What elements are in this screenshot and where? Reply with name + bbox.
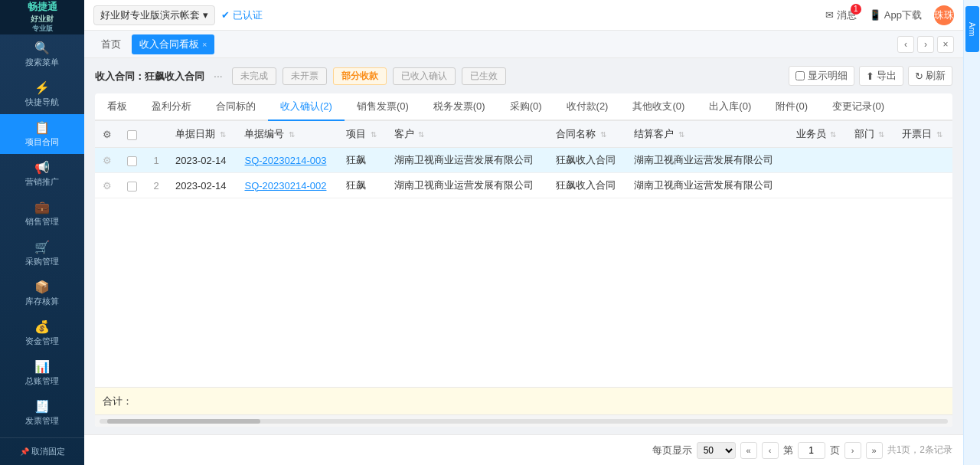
sidebar-item-10[interactable]: 🏛税务管理 — [0, 433, 84, 437]
next-tab-button[interactable]: › — [917, 36, 934, 53]
export-button[interactable]: ⬆ 导出 — [859, 66, 903, 86]
row-gear-icon-0[interactable]: ⚙ — [103, 155, 112, 166]
sidebar-item-2[interactable]: 📋项目合同 — [0, 114, 84, 154]
th-salesperson[interactable]: 业务员 ⇅ — [789, 121, 847, 148]
last-page-button[interactable]: » — [866, 442, 883, 459]
right-panel-button[interactable]: Arm — [965, 6, 979, 52]
sidebar-label-0: 搜索菜单 — [25, 57, 59, 68]
prev-tab-button[interactable]: ‹ — [897, 36, 914, 53]
detail-tab-5[interactable]: 税务发票(0) — [421, 93, 498, 121]
tab-home[interactable]: 首页 — [93, 34, 129, 54]
sidebar-item-5[interactable]: 🛒采购管理 — [0, 234, 84, 273]
sidebar-item-8[interactable]: 📊总账管理 — [0, 353, 84, 393]
detail-tab-4[interactable]: 销售发票(0) — [345, 93, 421, 121]
sidebar-footer[interactable]: 📌 取消固定 — [0, 437, 84, 465]
row-code-link-1[interactable]: SQ-20230214-002 — [244, 180, 326, 192]
app-download-button[interactable]: 📱 App下载 — [869, 8, 922, 22]
sort-settle-icon: ⇅ — [678, 130, 684, 139]
detail-checkbox-input[interactable] — [795, 71, 805, 80]
detail-tab-7[interactable]: 收付款(2) — [554, 93, 621, 121]
th-date[interactable]: 单据日期 ⇅ — [168, 121, 237, 148]
more-options-icon[interactable]: ··· — [211, 70, 226, 82]
status-effective[interactable]: 已生效 — [462, 67, 506, 85]
row-check-1[interactable] — [119, 173, 145, 198]
scroll-track[interactable] — [100, 419, 948, 424]
th-contract-name[interactable]: 合同名称 ⇅ — [548, 121, 627, 148]
table-wrap[interactable]: ⚙ 单据日期 ⇅ 单据编号 ⇅ 项目 ⇅ 客户 ⇅ 合同名称 ⇅ 结算客户 ⇅ … — [95, 121, 952, 387]
per-page-select[interactable]: 50 100 — [697, 442, 736, 459]
page-number-input[interactable] — [798, 442, 825, 459]
th-dept[interactable]: 部门 ⇅ — [847, 121, 894, 148]
sidebar-item-9[interactable]: 🧾发票管理 — [0, 393, 84, 433]
row-contract-1: 狂飙收入合同 — [548, 173, 627, 198]
row-code-1[interactable]: SQ-20230214-002 — [237, 173, 338, 198]
status-no-invoice[interactable]: 未开票 — [283, 67, 327, 85]
sidebar-label-5: 采购管理 — [25, 256, 59, 267]
detail-tab-0[interactable]: 看板 — [95, 93, 139, 121]
table-area: ⚙ 单据日期 ⇅ 单据编号 ⇅ 项目 ⇅ 客户 ⇅ 合同名称 ⇅ 结算客户 ⇅ … — [95, 121, 952, 427]
logo: 畅捷通 好业财 专业版 — [0, 0, 84, 34]
chevron-down-icon: ▾ — [203, 9, 208, 21]
detail-tab-8[interactable]: 其他收支(0) — [620, 93, 697, 121]
detail-tab-1[interactable]: 盈利分析 — [139, 93, 204, 121]
detail-tab-6[interactable]: 采购(0) — [498, 93, 554, 121]
sidebar-item-6[interactable]: 📦库存核算 — [0, 273, 84, 313]
summary-row: 合计： — [95, 387, 952, 414]
avatar[interactable]: 珠珠 — [934, 5, 954, 25]
message-badge: 1 — [851, 4, 861, 15]
right-panel: Arm — [963, 0, 980, 465]
sidebar-icon-5: 🛒 — [34, 240, 50, 254]
row-code-link-0[interactable]: SQ-20230214-003 — [244, 155, 326, 166]
scroll-thumb[interactable] — [107, 419, 260, 424]
detail-tab-9[interactable]: 出入库(0) — [697, 93, 763, 121]
first-page-button[interactable]: « — [740, 442, 757, 459]
horizontal-scrollbar[interactable] — [95, 414, 952, 427]
status-confirmed[interactable]: 已收入确认 — [393, 67, 456, 85]
th-settings[interactable]: ⚙ — [95, 121, 119, 148]
sidebar-item-7[interactable]: 💰资金管理 — [0, 313, 84, 353]
table-row[interactable]: ⚙ 2 2023-02-14 SQ-20230214-002 狂飙 湖南卫视商业… — [95, 173, 952, 198]
close-tab-icon[interactable]: × — [202, 40, 207, 49]
th-checkbox[interactable] — [119, 121, 145, 148]
select-all-checkbox[interactable] — [127, 130, 137, 140]
gear-icon[interactable]: ⚙ — [103, 129, 112, 140]
status-partial-collect[interactable]: 部分收款 — [333, 67, 387, 85]
th-settle-customer[interactable]: 结算客户 ⇅ — [626, 121, 788, 148]
detail-tab-10[interactable]: 附件(0) — [763, 93, 820, 121]
unpin-button[interactable]: 📌 取消固定 — [5, 443, 80, 460]
sidebar-item-4[interactable]: 💼销售管理 — [0, 194, 84, 234]
sort-project-icon: ⇅ — [371, 130, 377, 139]
message-button[interactable]: ✉ 1 消息 — [825, 8, 857, 22]
detail-tab-11[interactable]: 变更记录(0) — [820, 93, 897, 121]
sidebar-item-0[interactable]: 🔍搜索菜单 — [0, 34, 84, 74]
table-row[interactable]: ⚙ 1 2023-02-14 SQ-20230214-003 狂飙 湖南卫视商业… — [95, 148, 952, 173]
th-code[interactable]: 单据编号 ⇅ — [237, 121, 338, 148]
sidebar-item-1[interactable]: ⚡快捷导航 — [0, 74, 84, 114]
prev-page-button[interactable]: ‹ — [762, 442, 779, 459]
sidebar-icon-3: 📢 — [34, 160, 50, 175]
row-checkbox-1[interactable] — [127, 182, 137, 192]
status-incomplete[interactable]: 未完成 — [232, 67, 276, 85]
show-detail-checkbox[interactable]: 显示明细 — [789, 66, 854, 86]
row-code-0[interactable]: SQ-20230214-003 — [237, 148, 338, 173]
next-page-button[interactable]: › — [844, 442, 861, 459]
row-gear-icon-1[interactable]: ⚙ — [103, 180, 112, 192]
detail-tab-3[interactable]: 收入确认(2) — [268, 93, 345, 121]
th-customer[interactable]: 客户 ⇅ — [387, 121, 548, 148]
th-open-date[interactable]: 开票日 ⇅ — [894, 121, 952, 148]
row-sales-0 — [789, 148, 847, 173]
row-checkbox-0[interactable] — [127, 156, 137, 166]
sidebar-item-3[interactable]: 📢营销推广 — [0, 154, 84, 194]
export-icon: ⬆ — [866, 70, 874, 82]
table-header-row: ⚙ 单据日期 ⇅ 单据编号 ⇅ 项目 ⇅ 客户 ⇅ 合同名称 ⇅ 结算客户 ⇅ … — [95, 121, 952, 148]
detail-tab-2[interactable]: 合同标的 — [204, 93, 268, 121]
th-project[interactable]: 项目 ⇅ — [338, 121, 386, 148]
close-all-tabs-button[interactable]: × — [937, 36, 954, 53]
tab-contract-board[interactable]: 收入合同看板 × — [132, 34, 214, 54]
row-gear-1[interactable]: ⚙ — [95, 173, 119, 198]
row-check-0[interactable] — [119, 148, 145, 173]
company-selector[interactable]: 好业财专业版演示帐套 ▾ — [93, 5, 215, 25]
row-gear-0[interactable]: ⚙ — [95, 148, 119, 173]
th-num — [145, 121, 168, 148]
refresh-button[interactable]: ↻ 刷新 — [908, 66, 952, 86]
